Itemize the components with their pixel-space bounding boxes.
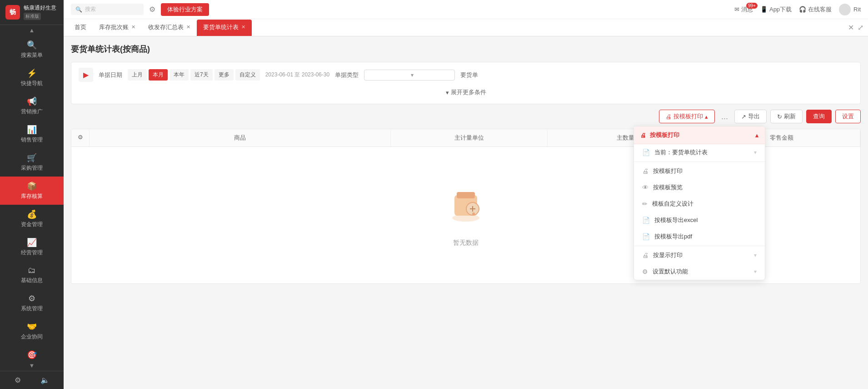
header-gear-icon[interactable]: ⚙ [149, 5, 155, 14]
messages-btn[interactable]: ✉ 消息 99+ [734, 5, 753, 14]
tab-close-icon[interactable]: ✕ [186, 24, 190, 30]
sidebar-bottom: ⚙ 🔈 [0, 371, 64, 389]
empty-state: 暂无数据 [418, 157, 514, 274]
tab-order-stats[interactable]: 要货单统计表 ✕ [197, 20, 252, 36]
refresh-label: 刷新 [784, 112, 796, 121]
sidebar-scroll-up[interactable]: ▲ [0, 25, 64, 35]
template-print-label: 按模板打印 [653, 167, 683, 175]
date-btn-this-month[interactable]: 本月 [149, 69, 168, 81]
sidebar-item-guide[interactable]: 🎯 新手引导 [0, 345, 64, 360]
logo-tag: 标准版 [24, 13, 41, 20]
filter-row: ▶ 单据日期 上月 本月 本年 近7天 更多 自定义 2023-06-01 至 … [79, 68, 853, 82]
expand-label: 展开更多条件 [451, 88, 486, 96]
export-icon: ↗ [741, 113, 746, 120]
sidebar-item-inventory[interactable]: 📦 库存核算 [0, 177, 64, 205]
header: 🔍 搜索 ⚙ 体验行业方案 ✉ 消息 99+ 📱 App下载 🎧 在线客服 Ri… [64, 0, 868, 19]
preview-icon: 👁 [642, 184, 649, 191]
gear-icon: ⚙ [642, 268, 648, 275]
current-template-item[interactable]: 📄 当前：要货单统计表 ▾ [634, 144, 765, 161]
expand-more-btn[interactable]: ▾ 展开更多条件 [441, 86, 491, 98]
export-button[interactable]: ↗ 导出 [734, 110, 767, 123]
more-options-icon[interactable]: ... [718, 112, 731, 121]
display-print-item[interactable]: 🖨 按显示打印 ▾ [634, 247, 765, 263]
tab-close-icon[interactable]: ✕ [131, 24, 135, 30]
tabs-bar: 首页 库存批次账 ✕ 收发存汇总表 ✕ 要货单统计表 ✕ ✕ ⤢ [64, 19, 868, 36]
sidebar-item-purchase[interactable]: 🛒 采购管理 [0, 148, 64, 177]
app-download-label: App下载 [769, 5, 792, 14]
template-preview-item[interactable]: 👁 按模板预览 [634, 179, 765, 196]
printer-icon: 🖨 [666, 113, 672, 120]
close-window-icon[interactable]: ✕ [848, 23, 854, 32]
date-btn-custom[interactable]: 自定义 [235, 69, 260, 81]
printer-icon: 🖨 [642, 167, 649, 175]
sidebar-item-label: 经营管理 [21, 249, 43, 257]
tab-inventory-batch[interactable]: 库存批次账 ✕ [93, 20, 142, 36]
filter-bar: ▶ 单据日期 上月 本月 本年 近7天 更多 自定义 2023-06-01 至 … [71, 62, 861, 104]
template-print-item[interactable]: 🖨 按模板打印 [634, 163, 765, 179]
settings-icon[interactable]: ⚙ [15, 376, 21, 384]
guide-icon: 🎯 [27, 350, 37, 360]
chevron-right-icon: ▾ [754, 268, 757, 275]
export-excel-item[interactable]: 📄 按模板导出excel [634, 212, 765, 228]
query-button[interactable]: 查询 [806, 110, 832, 123]
tab-label: 收发存汇总表 [148, 23, 184, 31]
sidebar-scroll-down[interactable]: ▼ [0, 360, 64, 371]
expand-icon[interactable]: ▶ [83, 71, 89, 79]
collab-icon: 🤝 [27, 322, 37, 332]
date-btn-7days[interactable]: 近7天 [190, 69, 213, 81]
message-icon: ✉ [734, 6, 739, 13]
template-design-item[interactable]: ✏ 模板自定义设计 [634, 196, 765, 212]
audio-icon[interactable]: 🔈 [40, 376, 50, 384]
default-func-item[interactable]: ⚙ 设置默认功能 ▾ [634, 263, 765, 280]
user-menu[interactable]: Rit [839, 4, 861, 15]
print-label: 按模板打印 [673, 112, 703, 121]
chevron-right-icon: ▾ [754, 149, 757, 156]
chevron-down-icon: ▾ [411, 72, 450, 78]
sidebar-item-collab[interactable]: 🤝 企业协同 [0, 317, 64, 345]
date-range: 2023-06-01 至 2023-06-30 [265, 71, 329, 79]
settings-button[interactable]: 设置 [835, 110, 861, 123]
tab-receipts-summary[interactable]: 收发存汇总表 ✕ [142, 20, 197, 36]
date-btn-this-year[interactable]: 本年 [170, 69, 189, 81]
inventory-icon: 📦 [27, 181, 37, 191]
print-dropdown: 🖨 按模板打印 ▴ 📄 当前：要货单统计表 ▾ 🖨 按模板打印 [634, 126, 765, 280]
app-download-btn[interactable]: 📱 App下载 [760, 5, 792, 14]
logo-name: 畅康通好生意 [24, 5, 56, 12]
trial-button[interactable]: 体验行业方案 [161, 3, 209, 16]
sidebar-nav: 🔍 搜索菜单 ⚡ 快捷导航 📢 营销推广 📊 销售管理 🛒 采购管理 📦 库存核… [0, 35, 64, 360]
sidebar-item-marketing[interactable]: 📢 营销推广 [0, 92, 64, 120]
date-btn-more[interactable]: 更多 [215, 69, 234, 81]
marketing-icon: 📢 [27, 96, 37, 106]
page-content: 要货单统计表(按商品) ▶ 单据日期 上月 本月 本年 近7天 更多 自定义 2… [64, 36, 868, 389]
export-pdf-item[interactable]: 📄 按模板导出pdf [634, 228, 765, 245]
sidebar-item-quicknav[interactable]: ⚡ 快捷导航 [0, 64, 64, 92]
th-settings[interactable]: ⚙ [71, 129, 90, 147]
sidebar-item-search[interactable]: 🔍 搜索菜单 [0, 35, 64, 64]
date-label: 单据日期 [99, 71, 122, 79]
tab-home[interactable]: 首页 [68, 20, 93, 36]
print-template-button[interactable]: 🖨 按模板打印 ▴ [659, 110, 715, 123]
sidebar-item-sales[interactable]: 📊 销售管理 [0, 120, 64, 148]
export-excel-label: 按模板导出excel [654, 216, 698, 224]
window-controls: ✕ ⤢ [848, 23, 863, 32]
header-search[interactable]: 🔍 搜索 [71, 4, 144, 15]
type-select[interactable]: ▾ [364, 70, 455, 81]
sidebar-item-basic[interactable]: 🗂 基础信息 [0, 261, 64, 289]
chevron-right-icon: ▾ [754, 252, 757, 258]
tab-close-icon[interactable]: ✕ [241, 24, 245, 30]
search-placeholder: 搜索 [85, 5, 96, 13]
sidebar-item-operation[interactable]: 📈 经营管理 [0, 233, 64, 261]
display-print-label: 按显示打印 [653, 251, 683, 259]
online-service-btn[interactable]: 🎧 在线客服 [799, 5, 832, 14]
print-dropdown-header: 🖨 按模板打印 ▴ [634, 126, 765, 144]
print-dropdown-title: 按模板打印 [650, 131, 679, 139]
export-pdf-label: 按模板导出pdf [654, 232, 692, 241]
date-btn-last-month[interactable]: 上月 [128, 69, 147, 81]
refresh-button[interactable]: ↻ 刷新 [770, 110, 803, 123]
th-unit: 主计量单位 [391, 129, 547, 147]
sidebar-item-label: 搜索菜单 [21, 51, 43, 59]
chevron-up-icon[interactable]: ▴ [755, 132, 758, 139]
sidebar-item-system[interactable]: ⚙ 系统管理 [0, 289, 64, 317]
maximize-window-icon[interactable]: ⤢ [858, 23, 863, 32]
sidebar-item-finance[interactable]: 💰 资金管理 [0, 205, 64, 233]
